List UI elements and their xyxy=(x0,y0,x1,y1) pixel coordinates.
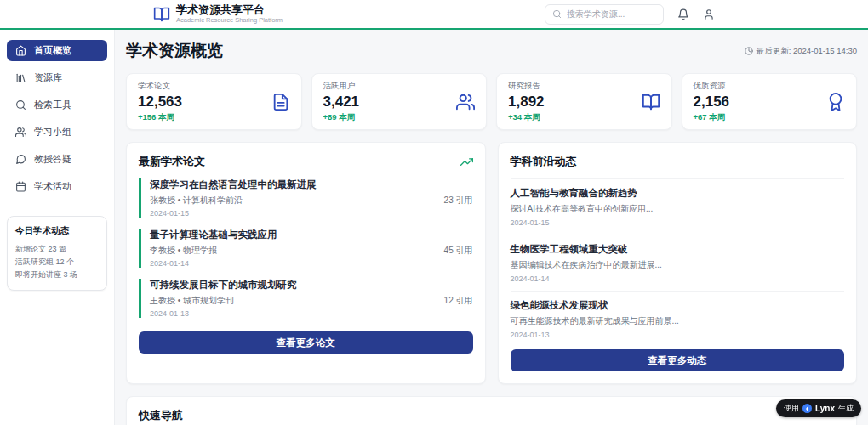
last-updated-text: 最后更新: 2024-01-15 14:30 xyxy=(757,46,857,57)
today-line-new-papers: 新增论文 23 篇 xyxy=(15,243,99,256)
bell-icon[interactable] xyxy=(677,8,689,20)
paper-meta: 张教授 • 计算机科学前沿 xyxy=(150,195,243,207)
sidebar-item-label: 资源库 xyxy=(34,71,62,84)
paper-citations: 45 引用 xyxy=(444,245,473,257)
search-input[interactable] xyxy=(567,9,656,19)
paper-date: 2024-01-13 xyxy=(150,309,473,318)
trend-date: 2024-01-14 xyxy=(511,275,845,283)
quick-nav-title: 快速导航 xyxy=(139,408,844,423)
stat-card-quality-resources: 优质资源 2,156 +67 本周 xyxy=(682,73,858,130)
trend-date: 2024-01-15 xyxy=(511,218,845,227)
more-papers-button[interactable]: 查看更多论文 xyxy=(139,332,473,354)
stat-cards-row: 学术论文 12,563 +156 本周 活跃用户 3,421 +89 本周 研究… xyxy=(126,73,857,130)
sidebar-item-professor-qa[interactable]: 教授答疑 xyxy=(7,149,107,170)
user-icon[interactable] xyxy=(703,8,715,20)
paper-date: 2024-01-14 xyxy=(150,259,473,268)
trend-desc: 探讨AI技术在高等教育中的创新应用... xyxy=(511,203,845,215)
clock-icon xyxy=(745,47,753,55)
stat-delta: +34 本周 xyxy=(508,112,545,123)
chat-icon xyxy=(15,154,26,165)
sidebar-item-label: 学习小组 xyxy=(34,126,71,139)
paper-list-item[interactable]: 量子计算理论基础与实践应用 李教授 • 物理学报 45 引用 2024-01-1… xyxy=(139,229,473,268)
badge-brand: Lynx xyxy=(815,404,835,413)
calendar-icon xyxy=(15,181,26,192)
lynx-generated-badge[interactable]: 使用 ⬧ Lynx 生成 xyxy=(776,400,861,417)
paper-list-item[interactable]: 可持续发展目标下的城市规划研究 王教授 • 城市规划学刊 12 引用 2024-… xyxy=(139,279,473,318)
trend-list-item[interactable]: 绿色能源技术发展现状 可再生能源技术的最新研究成果与应用前景... 2024-0… xyxy=(511,291,845,347)
trend-title: 绿色能源技术发展现状 xyxy=(511,299,845,312)
brand: 学术资源共享平台 Academic Resource Sharing Platf… xyxy=(153,4,283,24)
search-box[interactable] xyxy=(545,4,664,25)
search-icon xyxy=(552,9,562,19)
app-subtitle: Academic Resource Sharing Platform xyxy=(176,17,283,24)
paper-meta: 李教授 • 物理学报 xyxy=(150,245,217,257)
quick-nav-section: 快速导航 论文检索 加入小组 学术写作 优质资源 xyxy=(126,396,857,425)
stat-label: 研究报告 xyxy=(508,81,545,92)
today-line-upcoming-lectures: 即将开始讲座 3 场 xyxy=(15,269,99,281)
home-icon xyxy=(15,45,26,56)
sidebar-item-home-overview[interactable]: 首页概览 xyxy=(7,40,107,61)
stat-value: 2,156 xyxy=(694,94,730,110)
more-trends-button[interactable]: 查看更多动态 xyxy=(511,349,845,371)
trend-list-item[interactable]: 人工智能与教育融合的新趋势 探讨AI技术在高等教育中的创新应用... 2024-… xyxy=(511,178,845,235)
sidebar-item-study-groups[interactable]: 学习小组 xyxy=(7,122,107,143)
stat-label: 优质资源 xyxy=(694,81,730,92)
lynx-logo-icon: ⬧ xyxy=(802,404,812,413)
paper-meta: 王教授 • 城市规划学刊 xyxy=(150,295,234,307)
badge-suffix: 生成 xyxy=(838,403,854,414)
stat-delta: +156 本周 xyxy=(138,112,182,123)
stat-delta: +67 本周 xyxy=(694,112,730,123)
last-updated: 最后更新: 2024-01-15 14:30 xyxy=(745,46,857,57)
trends-panel-title: 学科前沿动态 xyxy=(511,154,577,169)
stat-delta: +89 本周 xyxy=(323,112,360,123)
sidebar-item-academic-events[interactable]: 学术活动 xyxy=(7,176,107,197)
frontier-trends-panel: 学科前沿动态 人工智能与教育融合的新趋势 探讨AI技术在高等教育中的创新应用..… xyxy=(498,142,858,384)
sidebar-item-search-tools[interactable]: 检索工具 xyxy=(7,94,107,116)
book-open-logo-icon xyxy=(153,6,170,23)
app-title: 学术资源共享平台 xyxy=(176,4,283,17)
trend-list-item[interactable]: 生物医学工程领域重大突破 基因编辑技术在疾病治疗中的最新进展... 2024-0… xyxy=(511,235,845,291)
page-title: 学术资源概览 xyxy=(126,40,223,62)
stat-label: 活跃用户 xyxy=(323,81,360,92)
users-icon xyxy=(15,127,26,138)
award-icon xyxy=(826,93,845,111)
search-icon xyxy=(15,99,26,110)
users-icon xyxy=(456,93,475,111)
stat-card-research-reports: 研究报告 1,892 +34 本周 xyxy=(496,73,672,130)
file-text-icon xyxy=(271,93,290,111)
paper-citations: 23 引用 xyxy=(444,195,473,207)
sidebar-item-label: 教授答疑 xyxy=(34,153,71,166)
main-content: 学术资源概览 最后更新: 2024-01-15 14:30 学术论文 12,56… xyxy=(115,30,868,425)
sidebar-item-resource-library[interactable]: 资源库 xyxy=(7,67,107,88)
today-card-title: 今日学术动态 xyxy=(15,225,99,237)
sidebar-item-label: 首页概览 xyxy=(34,44,71,57)
stat-value: 1,892 xyxy=(508,94,545,110)
papers-panel-title: 最新学术论文 xyxy=(139,154,205,169)
today-line-active-groups: 活跃研究组 12 个 xyxy=(15,256,99,269)
trend-desc: 基因编辑技术在疾病治疗中的最新进展... xyxy=(511,259,845,271)
trend-date: 2024-01-13 xyxy=(511,331,845,339)
sidebar-item-label: 检索工具 xyxy=(34,99,71,111)
paper-title: 量子计算理论基础与实践应用 xyxy=(150,229,473,241)
stat-value: 12,563 xyxy=(138,94,182,110)
trending-up-icon xyxy=(460,156,473,168)
badge-prefix: 使用 xyxy=(784,403,799,414)
trend-title: 生物医学工程领域重大突破 xyxy=(511,243,845,256)
paper-title: 可持续发展目标下的城市规划研究 xyxy=(150,279,473,292)
today-academic-activity-card: 今日学术动态 新增论文 23 篇 活跃研究组 12 个 即将开始讲座 3 场 xyxy=(7,216,107,291)
trend-desc: 可再生能源技术的最新研究成果与应用前景... xyxy=(511,315,845,327)
sidebar-item-label: 学术活动 xyxy=(34,180,71,193)
stat-card-papers: 学术论文 12,563 +156 本周 xyxy=(126,73,302,130)
top-header: 学术资源共享平台 Academic Resource Sharing Platf… xyxy=(0,0,868,30)
paper-title: 深度学习在自然语言处理中的最新进展 xyxy=(150,178,473,191)
latest-papers-panel: 最新学术论文 深度学习在自然语言处理中的最新进展 张教授 • 计算机科学前沿 2… xyxy=(126,142,486,384)
paper-date: 2024-01-15 xyxy=(150,209,473,218)
trend-title: 人工智能与教育融合的新趋势 xyxy=(511,187,845,200)
stat-value: 3,421 xyxy=(323,94,360,110)
paper-list-item[interactable]: 深度学习在自然语言处理中的最新进展 张教授 • 计算机科学前沿 23 引用 20… xyxy=(139,178,473,218)
stat-card-active-users: 活跃用户 3,421 +89 本周 xyxy=(311,73,488,130)
library-icon xyxy=(15,72,26,83)
sidebar: 首页概览 资源库 检索工具 学习小组 教授答疑 学术活动 今日学术动态 新增论文… xyxy=(0,30,115,425)
stat-label: 学术论文 xyxy=(138,81,182,92)
book-open-icon xyxy=(642,93,660,111)
